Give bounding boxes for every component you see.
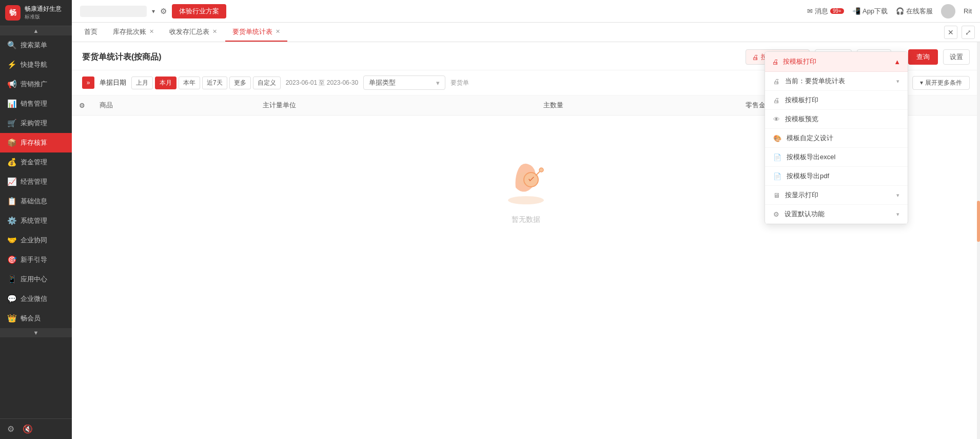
template-preview-icon: 👁 bbox=[773, 116, 780, 123]
topbar-dropdown-arrow[interactable]: ▾ bbox=[152, 8, 155, 15]
date-btn-7days[interactable]: 近7天 bbox=[202, 77, 227, 89]
avatar[interactable] bbox=[941, 4, 955, 18]
svg-point-3 bbox=[539, 168, 543, 172]
message-button[interactable]: ✉ 消息 99+ bbox=[807, 7, 844, 16]
empty-state-text: 暂无数据 bbox=[512, 215, 540, 224]
sidebar-item-sales[interactable]: 📊 销售管理 bbox=[0, 94, 72, 113]
quick-nav-icon: ⚡ bbox=[7, 60, 16, 69]
print-dropdown-header[interactable]: 🖨 按模板打印 ▲ bbox=[765, 52, 908, 72]
scrollbar[interactable] bbox=[977, 42, 980, 439]
template-custom-item[interactable]: 🎨 模板自定义设计 bbox=[765, 129, 908, 148]
sidebar-scroll-up[interactable]: ▲ bbox=[0, 26, 72, 35]
sidebar-item-marketing[interactable]: 📢 营销推广 bbox=[0, 74, 72, 94]
empty-state-icon bbox=[500, 157, 552, 208]
sales-icon: 📊 bbox=[7, 99, 16, 108]
online-service-button[interactable]: 🎧 在线客服 bbox=[896, 7, 933, 16]
tab-close-all-button[interactable]: ✕ bbox=[944, 26, 957, 39]
industry-solution-button[interactable]: 体验行业方案 bbox=[172, 4, 226, 18]
sidebar-logo: 畅 畅康通好生意 标准版 bbox=[0, 0, 72, 26]
main-area: ▾ ⚙ 体验行业方案 ✉ 消息 99+ 📲 App下载 🎧 在线客服 Rit bbox=[72, 0, 980, 439]
order-type-select[interactable]: 单据类型 ▾ bbox=[363, 75, 445, 90]
username-display[interactable]: Rit bbox=[964, 7, 972, 15]
sidebar-item-inventory[interactable]: 📦 库存核算 bbox=[0, 133, 72, 152]
query-button[interactable]: 查询 bbox=[908, 49, 938, 65]
sidebar-item-member[interactable]: 👑 畅会员 bbox=[0, 309, 72, 328]
current-dropdown-arrow: ▾ bbox=[896, 78, 899, 85]
tab-close-inventory-batch[interactable]: ✕ bbox=[149, 29, 154, 34]
date-btn-custom[interactable]: 自定义 bbox=[253, 77, 281, 89]
order-type-dropdown-icon: ▾ bbox=[436, 79, 440, 87]
date-filter-label: 单据日期 bbox=[100, 78, 126, 87]
sidebar: 畅 畅康通好生意 标准版 ▲ 🔍 搜索菜单 ⚡ 快捷导航 📢 营销推广 📊 销售… bbox=[0, 0, 72, 439]
table-header-settings[interactable]: ⚙ bbox=[72, 96, 92, 116]
sidebar-scroll-down[interactable]: ▼ bbox=[0, 328, 72, 337]
headset-icon: 🎧 bbox=[896, 7, 904, 15]
date-btn-more[interactable]: 更多 bbox=[229, 77, 251, 89]
filter-expand-button[interactable]: » bbox=[82, 77, 94, 89]
tab-order-stats[interactable]: 要货单统计表 ✕ bbox=[225, 23, 287, 42]
template-export-excel-item[interactable]: 📄 按模板导出excel bbox=[765, 148, 908, 167]
purchase-icon: 🛒 bbox=[7, 119, 16, 128]
expand-icon: ▾ bbox=[920, 79, 923, 86]
wechat-icon: 💬 bbox=[7, 294, 16, 303]
template-preview-item[interactable]: 👁 按模板预览 bbox=[765, 110, 908, 129]
tab-maximize-button[interactable]: ⤢ bbox=[962, 26, 975, 39]
set-default-item[interactable]: ⚙ 设置默认功能 ▾ bbox=[765, 205, 908, 224]
tab-inventory-batch[interactable]: 库存批次账 ✕ bbox=[106, 23, 161, 42]
guide-icon: 🎯 bbox=[7, 255, 16, 264]
sidebar-item-wechat[interactable]: 💬 企业微信 bbox=[0, 289, 72, 309]
tabs-right-actions: ✕ ⤢ bbox=[944, 26, 975, 39]
sidebar-bottom: ⚙ 🔇 bbox=[0, 418, 72, 439]
sidebar-item-guide[interactable]: 🎯 新手引导 bbox=[0, 250, 72, 270]
topbar-search-input[interactable] bbox=[80, 6, 147, 17]
sidebar-item-finance[interactable]: 💰 资金管理 bbox=[0, 152, 72, 172]
sidebar-item-enterprise[interactable]: 🤝 企业协同 bbox=[0, 231, 72, 250]
set-default-arrow: ▾ bbox=[896, 211, 899, 218]
logo-text: 畅康通好生意 标准版 bbox=[25, 5, 62, 21]
tab-receipt-summary[interactable]: 收发存汇总表 ✕ bbox=[162, 23, 224, 42]
template-print-item[interactable]: 🖨 按模板打印 bbox=[765, 91, 908, 110]
app-download-button[interactable]: 📲 App下载 bbox=[852, 7, 888, 16]
basic-info-icon: 📋 bbox=[7, 197, 16, 206]
expand-more-button[interactable]: ▾ 展开更多条件 bbox=[912, 76, 970, 90]
print-dropdown-menu: 🖨 按模板打印 ▲ 🖨 当前：要货单统计表 ▾ 🖨 按模板打印 👁 按模板预览 … bbox=[765, 51, 908, 224]
template-custom-icon: 🎨 bbox=[773, 135, 781, 142]
sidebar-item-purchase[interactable]: 🛒 采购管理 bbox=[0, 113, 72, 133]
table-header-unit: 主计量单位 bbox=[256, 96, 536, 116]
topbar-right: ✉ 消息 99+ 📲 App下载 🎧 在线客服 Rit bbox=[807, 4, 972, 18]
logo-icon: 畅 bbox=[5, 5, 21, 21]
sidebar-item-search-menu[interactable]: 🔍 搜索菜单 bbox=[0, 35, 72, 55]
sidebar-item-operations[interactable]: 📈 经营管理 bbox=[0, 172, 72, 192]
sys-mgmt-icon: ⚙️ bbox=[7, 216, 16, 225]
date-btn-last-month[interactable]: 上月 bbox=[131, 77, 153, 89]
topbar-gear-icon[interactable]: ⚙ bbox=[160, 7, 167, 16]
goods-label: 要货单 bbox=[450, 79, 469, 87]
sidebar-item-quick-nav[interactable]: ⚡ 快捷导航 bbox=[0, 55, 72, 74]
operations-icon: 📈 bbox=[7, 177, 16, 186]
mute-icon[interactable]: 🔇 bbox=[23, 424, 33, 434]
svg-point-0 bbox=[508, 196, 544, 204]
settings-icon[interactable]: ⚙ bbox=[7, 424, 14, 434]
tab-close-order-stats[interactable]: ✕ bbox=[276, 29, 280, 34]
date-btn-this-month[interactable]: 本月 bbox=[155, 77, 177, 89]
set-default-icon: ⚙ bbox=[773, 211, 779, 218]
sidebar-item-basic-info[interactable]: 📋 基础信息 bbox=[0, 192, 72, 211]
search-menu-icon: 🔍 bbox=[7, 41, 16, 50]
settings-button[interactable]: 设置 bbox=[943, 49, 970, 65]
topbar: ▾ ⚙ 体验行业方案 ✉ 消息 99+ 📲 App下载 🎧 在线客服 Rit bbox=[72, 0, 980, 23]
scrollbar-thumb[interactable] bbox=[977, 201, 980, 242]
print-header-icon: 🖨 bbox=[772, 58, 779, 66]
message-icon: ✉ bbox=[807, 7, 813, 15]
display-print-item[interactable]: 🖥 按显示打印 ▾ bbox=[765, 186, 908, 205]
date-btn-this-year[interactable]: 本年 bbox=[179, 77, 200, 89]
sidebar-item-sys-mgmt[interactable]: ⚙️ 系统管理 bbox=[0, 211, 72, 231]
tabs-bar: 首页 库存批次账 ✕ 收发存汇总表 ✕ 要货单统计表 ✕ ✕ ⤢ bbox=[72, 23, 980, 42]
enterprise-icon: 🤝 bbox=[7, 236, 16, 245]
template-export-pdf-item[interactable]: 📄 按模板导出pdf bbox=[765, 167, 908, 186]
print-dropdown-close-arrow[interactable]: ▲ bbox=[894, 58, 900, 66]
print-current-item[interactable]: 🖨 当前：要货单统计表 ▾ bbox=[765, 72, 908, 91]
tab-home[interactable]: 首页 bbox=[77, 23, 105, 42]
tab-close-receipt-summary[interactable]: ✕ bbox=[212, 29, 217, 34]
display-print-arrow: ▾ bbox=[896, 192, 899, 199]
sidebar-item-app-center[interactable]: 📱 应用中心 bbox=[0, 270, 72, 289]
